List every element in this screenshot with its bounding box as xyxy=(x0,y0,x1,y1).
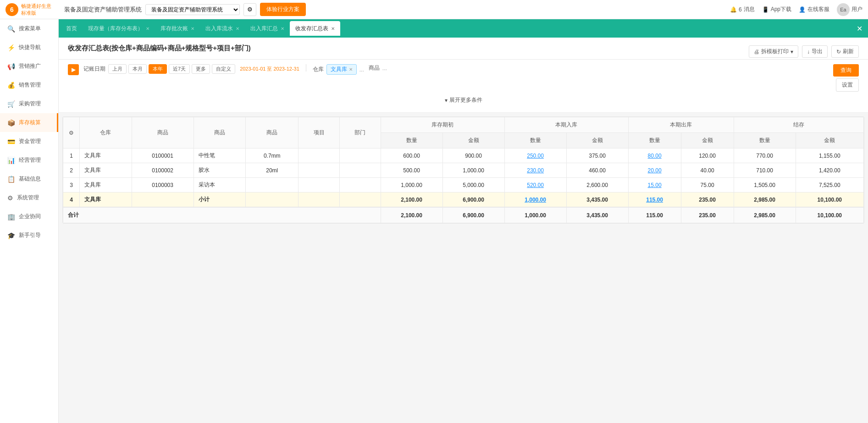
footer-in-amt: 3,435.00 xyxy=(566,207,628,223)
tab-batch[interactable]: 库存批次账 ✕ xyxy=(155,21,200,36)
cell-code: 0100002 xyxy=(132,163,194,178)
cell-seq: 4 xyxy=(63,192,80,208)
system-select[interactable]: 装备及固定资产辅助管理系统 xyxy=(145,4,240,15)
sidebar-item-sales[interactable]: 💰 销售管理 xyxy=(0,76,58,94)
footer-out-qty: 115.00 xyxy=(628,207,681,223)
sidebar-item-label: 营销推广 xyxy=(19,62,41,70)
flash-icon: ⚡ xyxy=(7,44,15,51)
filter-actions: 查询 设置 xyxy=(833,64,859,92)
cell-out-qty[interactable]: 80.00 xyxy=(628,148,681,163)
print-button[interactable]: 🖨 拆模板打印 ▾ xyxy=(749,45,798,58)
cell-dept xyxy=(339,163,381,178)
warehouse-tag-close[interactable]: ✕ xyxy=(349,67,353,72)
cell-in-qty[interactable]: 1,000.00 xyxy=(504,192,566,208)
tab-close-receive-send[interactable]: ✕ xyxy=(331,26,335,31)
cell-in-qty[interactable]: 250.00 xyxy=(504,148,566,163)
notifications-button[interactable]: 🔔 6 消息 xyxy=(730,5,755,13)
cell-out-qty[interactable]: 15.00 xyxy=(628,178,681,192)
warehouse-more[interactable]: ... xyxy=(359,66,364,73)
goods-more[interactable]: ... xyxy=(382,65,387,71)
table-row: 4 文具库 小计 2,100.00 6,900.00 1,000.00 3,43… xyxy=(63,192,864,208)
footer-open-amt: 6,900.00 xyxy=(442,207,504,223)
tab-close-flow[interactable]: ✕ xyxy=(236,26,239,31)
tab-close-current-stock[interactable]: ✕ xyxy=(146,26,149,31)
cell-in-amt: 375.00 xyxy=(566,148,628,163)
export-button[interactable]: ↓ 导出 xyxy=(802,45,828,58)
tabs-bar: 首页 现存量（库存分布表） ✕ 库存批次账 ✕ 出入库流水 ✕ 出入库汇总 ✕ … xyxy=(59,19,868,38)
col-open-amt-header: 金额 xyxy=(442,133,504,148)
online-service-button[interactable]: 👤 在线客服 xyxy=(799,5,829,13)
tab-home[interactable]: 首页 xyxy=(61,21,83,36)
sidebar-item-label: 企业协同 xyxy=(19,213,41,220)
sidebar-item-purchase[interactable]: 🛒 采购管理 xyxy=(0,94,58,113)
marketing-icon: 📢 xyxy=(7,63,15,70)
tab-receive-send[interactable]: 收发存汇总表 ✕ xyxy=(290,21,340,36)
notification-label: 消息 xyxy=(744,5,755,13)
inventory-icon: 📦 xyxy=(7,119,15,126)
tab-flow[interactable]: 出入库流水 ✕ xyxy=(200,21,245,36)
sidebar-item-enterprise[interactable]: 🏢 企业协同 xyxy=(0,207,58,226)
expand-more-conditions-button[interactable]: ▾ 展开更多条件 xyxy=(441,94,486,106)
tab-current-stock[interactable]: 现存量（库存分布表） ✕ xyxy=(83,21,155,36)
cell-dept xyxy=(339,192,381,208)
cell-seq: 3 xyxy=(63,178,80,192)
date-btn-prev-month[interactable]: 上月 xyxy=(108,64,127,74)
cell-close-qty: 1,505.00 xyxy=(734,178,796,192)
sidebar-item-guide[interactable]: 🎓 新手引导 xyxy=(0,226,58,245)
footer-total-label: 合计 xyxy=(63,207,381,223)
query-button[interactable]: 查询 xyxy=(833,64,859,77)
date-btn-this-year[interactable]: 本年 xyxy=(149,64,167,74)
sidebar-item-basic[interactable]: 📋 基础信息 xyxy=(0,170,58,188)
sidebar-item-label: 经营管理 xyxy=(19,156,41,164)
cell-out-amt: 40.00 xyxy=(681,163,734,178)
col-in-header: 本期入库 xyxy=(504,117,628,133)
tab-close-batch[interactable]: ✕ xyxy=(191,26,194,31)
settings-gear-button[interactable]: ⚙ xyxy=(243,3,256,16)
sidebar-item-inventory[interactable]: 📦 库存核算 xyxy=(0,113,58,132)
basic-icon: 📋 xyxy=(7,176,15,183)
sidebar-item-finance[interactable]: 💳 资金管理 xyxy=(0,132,58,151)
cell-code xyxy=(132,192,194,208)
cell-open-qty: 600.00 xyxy=(381,148,442,163)
col-settings-header[interactable]: ⚙ xyxy=(63,117,80,148)
filter-top-row: ▶ 记账日期 上月 本月 本年 近7天 更多 自定义 2023-01-01 至 … xyxy=(68,64,859,92)
cell-warehouse: 文具库 xyxy=(80,163,132,178)
refresh-button[interactable]: ↻ 刷新 xyxy=(831,45,859,58)
tab-summary-in-out[interactable]: 出入库汇总 ✕ xyxy=(245,21,290,36)
sidebar-item-system[interactable]: ⚙ 系统管理 xyxy=(0,188,58,207)
col-code-header: 商品 xyxy=(132,117,194,148)
date-btn-more[interactable]: 更多 xyxy=(192,64,210,74)
date-btn-this-month[interactable]: 本月 xyxy=(128,64,147,74)
trial-button[interactable]: 体验行业方案 xyxy=(260,3,306,16)
sidebar-item-marketing[interactable]: 📢 营销推广 xyxy=(0,57,58,76)
sidebar-item-search[interactable]: 🔍 搜索菜单 xyxy=(0,19,58,38)
column-settings-icon: ⚙ xyxy=(69,130,74,136)
cell-in-qty[interactable]: 520.00 xyxy=(504,178,566,192)
col-warehouse-header: 仓库 xyxy=(80,117,132,148)
sidebar-item-label: 系统管理 xyxy=(17,194,39,202)
cell-seq: 2 xyxy=(63,163,80,178)
date-btn-custom[interactable]: 自定义 xyxy=(212,64,235,74)
cell-open-amt: 900.00 xyxy=(442,148,504,163)
cell-in-amt: 460.00 xyxy=(566,163,628,178)
tab-close-summary-in-out[interactable]: ✕ xyxy=(281,26,284,31)
col-opening-header: 库存期初 xyxy=(381,117,504,133)
filter-divider xyxy=(306,64,306,71)
app-download-button[interactable]: 📱 App下载 xyxy=(762,5,791,13)
user-area[interactable]: Ea 用户 xyxy=(837,3,862,16)
page-header: 收发存汇总表(按仓库+商品编码+商品+规格型号+项目+部门) 🖨 拆模板打印 ▾… xyxy=(59,38,868,60)
cell-warehouse: 文具库 xyxy=(80,192,132,208)
tabs-close-all-button[interactable]: ✕ xyxy=(853,24,866,33)
cell-in-qty[interactable]: 230.00 xyxy=(504,163,566,178)
warehouse-tag[interactable]: 文具库 ✕ xyxy=(326,64,357,75)
filter-expand-button[interactable]: ▶ xyxy=(68,64,79,75)
sidebar-item-quick[interactable]: ⚡ 快捷导航 xyxy=(0,38,58,57)
cell-dept xyxy=(339,148,381,163)
setting-button[interactable]: 设置 xyxy=(836,78,859,92)
sidebar-item-operations[interactable]: 📊 经营管理 xyxy=(0,151,58,170)
date-range: 2023-01-01 至 2023-12-31 xyxy=(240,66,299,72)
cell-out-qty[interactable]: 115.00 xyxy=(628,192,681,208)
main-layout: 🔍 搜索菜单 ⚡ 快捷导航 📢 营销推广 💰 销售管理 🛒 采购管理 📦 库存核… xyxy=(0,19,868,423)
date-btn-7days[interactable]: 近7天 xyxy=(169,64,190,74)
cell-out-qty[interactable]: 20.00 xyxy=(628,163,681,178)
